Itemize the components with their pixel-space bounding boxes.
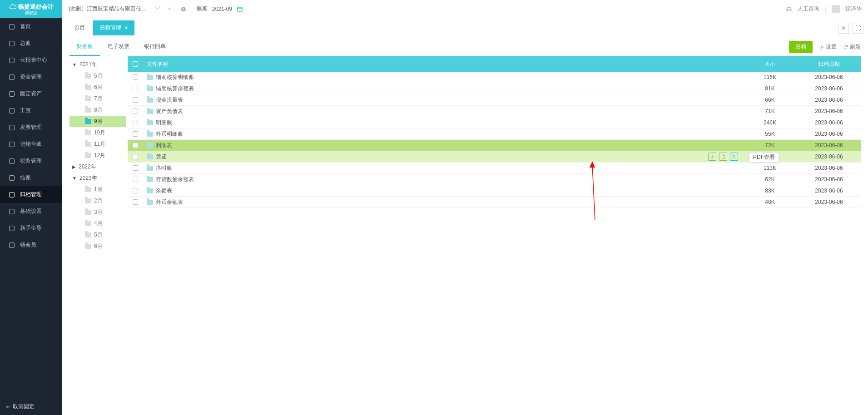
table-row[interactable]: 外币余额表48K2023-06-06 xyxy=(128,197,861,208)
tree-month[interactable]: 9月 xyxy=(69,116,126,127)
tree-month[interactable]: 5月 xyxy=(69,70,126,82)
row-checkbox[interactable] xyxy=(133,120,138,125)
tab-home[interactable]: 首页 xyxy=(69,20,89,35)
refresh-link[interactable]: 刷新 xyxy=(843,43,861,51)
archive-button[interactable]: 归档 xyxy=(789,41,813,53)
settings-link[interactable]: 设置 xyxy=(819,43,837,51)
nav-item-10[interactable]: 归档管理 xyxy=(0,186,62,203)
nav-item-0[interactable]: 首页 xyxy=(0,18,62,35)
table-row[interactable]: 余额表83K2023-06-06 xyxy=(128,185,861,197)
folder-icon xyxy=(147,177,153,182)
folder-icon xyxy=(85,244,91,249)
download-excel-icon[interactable] xyxy=(708,153,716,161)
calendar-icon[interactable] xyxy=(237,6,243,12)
subtab-einvoice[interactable]: 电子发票 xyxy=(100,38,137,56)
nav-item-1[interactable]: 总账 xyxy=(0,35,62,52)
tree-year[interactable]: ▶2022年 xyxy=(69,161,126,173)
nav-item-13[interactable]: 畅会员 xyxy=(0,237,62,253)
tree-month[interactable]: 6月 xyxy=(69,241,126,252)
table-row[interactable]: 现金流量表66K2023-06-06 xyxy=(128,94,861,106)
file-name: 外币余额表 xyxy=(156,198,183,206)
nav-item-2[interactable]: 云报表中心 xyxy=(0,52,62,69)
nav-item-7[interactable]: 进销台账 xyxy=(0,136,62,153)
row-checkbox[interactable] xyxy=(133,188,138,193)
table-row[interactable]: 外币明细账55K2023-06-06 xyxy=(128,128,861,140)
row-checkbox[interactable] xyxy=(133,109,138,114)
company-selector[interactable]: (勿删）江西殷宝精品有限责任公司（... xyxy=(69,5,150,13)
sidebar: 畅捷通好会计 旗舰版 首页总账云报表中心资金管理固定资产工资发票管理进销台账税务… xyxy=(0,0,62,415)
table-row[interactable]: 明细账246K2023-06-06 xyxy=(128,117,861,128)
row-checkbox[interactable] xyxy=(133,74,138,80)
gear-icon[interactable] xyxy=(179,4,188,14)
pdf-view-icon[interactable] xyxy=(730,153,738,161)
nav-item-5[interactable]: 工资 xyxy=(0,102,62,119)
file-name: 现金流量表 xyxy=(156,96,183,104)
row-checkbox[interactable] xyxy=(133,97,138,103)
file-date: 2023-06-06 xyxy=(797,85,861,92)
sidebar-pin-toggle[interactable]: ⇤ 取消固定 xyxy=(0,398,62,415)
row-checkbox[interactable] xyxy=(133,143,138,148)
nav-item-8[interactable]: 税务管理 xyxy=(0,153,62,169)
table-row[interactable]: 辅助核算明细账116K2023-06-06 xyxy=(128,72,861,83)
tree-month[interactable]: 4月 xyxy=(69,218,126,229)
fullscreen-button[interactable]: ⛶ xyxy=(853,23,863,34)
file-name: 资产负债表 xyxy=(156,108,183,115)
file-date: 2023-06-06 xyxy=(797,165,861,171)
nav-icon xyxy=(8,57,15,64)
tree-year[interactable]: ▼2021年 xyxy=(69,59,126,70)
download-pdf-icon[interactable] xyxy=(719,153,727,161)
user-name[interactable]: 徐泽华 xyxy=(845,5,862,13)
file-date: 2023-06-06 xyxy=(797,142,861,148)
table-row[interactable]: 序时账113K2023-06-06 xyxy=(128,163,861,174)
table-row[interactable]: 辅助核算余额表81K2023-06-06 xyxy=(128,83,861,94)
row-checkbox[interactable] xyxy=(133,131,138,137)
table-row[interactable]: 存货数量余额表62K2023-06-06 xyxy=(128,174,861,185)
table-row[interactable]: 凭证53K2023-06-06PDF查看 xyxy=(128,151,861,163)
tab-archive[interactable]: 归档管理 ✕ xyxy=(93,20,134,35)
tree-month[interactable]: 6月 xyxy=(69,82,126,93)
tree-month[interactable]: 2月 xyxy=(69,195,126,207)
file-date: 2023-06-06 xyxy=(797,97,861,103)
caret-icon: ▶ xyxy=(72,164,76,169)
subtab-finance[interactable]: 财务账 xyxy=(69,38,100,56)
table-row[interactable]: 资产负债表71K2023-06-06 xyxy=(128,106,861,117)
nav-icon xyxy=(8,158,15,165)
tree-month[interactable]: 11月 xyxy=(69,138,126,150)
tree-month[interactable]: 1月 xyxy=(69,184,126,195)
file-date: 2023-06-06 xyxy=(797,176,861,183)
chevron-down-icon[interactable]: ﹀ xyxy=(155,5,160,13)
row-checkbox[interactable] xyxy=(133,199,138,205)
tree-year[interactable]: ▼2023年 xyxy=(69,173,126,184)
consult-link[interactable]: 人工咨询 xyxy=(798,5,819,13)
nav-item-11[interactable]: 基础设置 xyxy=(0,203,62,220)
table-row[interactable]: 利润表72K2023-06-06 xyxy=(128,140,861,151)
file-name: 序时账 xyxy=(156,164,172,172)
close-icon[interactable]: ✕ xyxy=(124,25,128,31)
tree-month[interactable]: 12月 xyxy=(69,150,126,161)
row-checkbox[interactable] xyxy=(133,165,138,171)
row-checkbox[interactable] xyxy=(133,86,138,91)
nav-item-9[interactable]: 结账 xyxy=(0,169,62,186)
headset-icon[interactable] xyxy=(786,6,792,12)
row-checkbox[interactable] xyxy=(133,177,138,182)
nav-icon xyxy=(8,191,15,198)
nav-label: 固定资产 xyxy=(20,90,42,98)
nav-item-3[interactable]: 资金管理 xyxy=(0,69,62,85)
subtab-bankslip[interactable]: 银行回单 xyxy=(137,38,173,56)
nav-item-6[interactable]: 发票管理 xyxy=(0,119,62,136)
tree-month[interactable]: 3月 xyxy=(69,207,126,218)
nav-icon xyxy=(8,23,15,30)
tree-month[interactable]: 5月 xyxy=(69,229,126,241)
row-checkbox[interactable] xyxy=(133,154,138,159)
close-panel-button[interactable]: ✕ xyxy=(838,23,849,34)
tree-month[interactable]: 7月 xyxy=(69,93,126,104)
select-all-checkbox[interactable] xyxy=(133,61,138,67)
nav-item-12[interactable]: 新手引导 xyxy=(0,220,62,237)
avatar-icon[interactable] xyxy=(832,5,840,13)
nav-item-4[interactable]: 固定资产 xyxy=(0,85,62,102)
period-value[interactable]: 2021-09 xyxy=(212,6,232,12)
tree-month[interactable]: 8月 xyxy=(69,104,126,116)
tree-month[interactable]: 10月 xyxy=(69,127,126,138)
row-actions xyxy=(708,153,738,161)
add-icon[interactable]: ＋ xyxy=(165,3,174,15)
